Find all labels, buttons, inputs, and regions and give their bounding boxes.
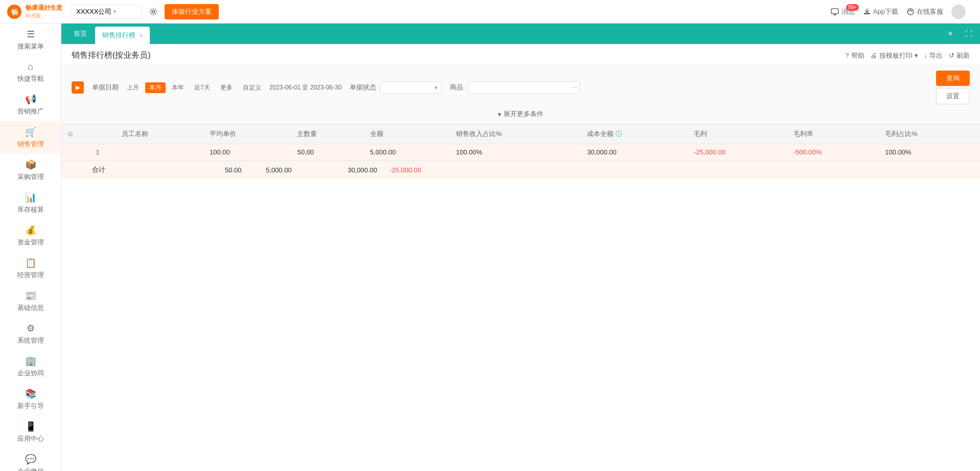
th-gross-profit: 毛利 bbox=[688, 124, 787, 144]
sidebar-item-finance[interactable]: 💰 资金管理 bbox=[0, 219, 61, 252]
tab-bar: 首页 销售排行榜 × × ⛶ bbox=[61, 24, 980, 44]
td-rank: 1 bbox=[80, 144, 116, 161]
table-container: ⚙ 员工名称 平均单价 主数量 全额 销售收入占比% 成本全额 ⓘ bbox=[61, 124, 980, 161]
td-name bbox=[116, 144, 203, 161]
status-filter: 单据状态 bbox=[350, 81, 442, 94]
top-bar: 畅 畅康通好生意 标准版 XXXXX公司 ▾ 体验行业方案 消息 99+ bbox=[0, 0, 980, 24]
th-amount: 全额 bbox=[364, 124, 450, 144]
basic-icon: 📰 bbox=[25, 290, 36, 301]
export-btn[interactable]: ↓ 导出 bbox=[924, 51, 943, 60]
logo-icon: 畅 bbox=[6, 4, 22, 20]
sidebar-item-basic[interactable]: 📰 基础信息 bbox=[0, 285, 61, 318]
td-sales-pct: 100.00% bbox=[450, 144, 581, 161]
th-settings: ⚙ bbox=[61, 124, 80, 144]
app-container: 畅 畅康通好生意 标准版 XXXXX公司 ▾ 体验行业方案 消息 99+ bbox=[0, 0, 980, 471]
tab-close-icon[interactable]: × bbox=[140, 32, 143, 38]
date-tab-lastmonth[interactable]: 上月 bbox=[123, 82, 143, 93]
main-area: ☰ 搜索菜单 ⌂ 快捷导航 📢 营销推广 🛒 销售管理 📦 采购管理 📊 库 bbox=[0, 24, 980, 471]
refresh-btn[interactable]: ↺ 刷新 bbox=[949, 51, 970, 60]
filter-row-1: ▶ 单据日期 上月 本月 本年 近7天 更多 自定义 bbox=[72, 71, 970, 104]
date-label: 单据日期 bbox=[92, 83, 119, 92]
page-title: 销售排行榜(按业务员) bbox=[72, 50, 151, 61]
sidebar-item-search[interactable]: ☰ 搜索菜单 bbox=[0, 24, 61, 56]
th-gross-pct: 毛利占比% bbox=[879, 124, 980, 144]
th-rank bbox=[80, 124, 116, 144]
date-filter: 单据日期 上月 本月 本年 近7天 更多 自定义 2023-06-01 至 20… bbox=[92, 82, 341, 93]
td-gross-rate: -500.00% bbox=[787, 144, 879, 161]
goods-filter-input-wrapper: ··· bbox=[467, 81, 580, 94]
logo-area: 畅 畅康通好生意 标准版 bbox=[6, 4, 66, 20]
th-gross-rate: 毛利率 bbox=[787, 124, 879, 144]
expand-conditions-btn[interactable]: ▾ 展开更多条件 bbox=[498, 109, 543, 119]
svg-text:畅: 畅 bbox=[11, 8, 18, 16]
print-btn[interactable]: 🖨 按模板打印 ▾ bbox=[871, 51, 918, 60]
status-select[interactable] bbox=[380, 81, 442, 94]
topbar-settings-btn[interactable] bbox=[146, 5, 161, 19]
date-tab-more[interactable]: 更多 bbox=[216, 82, 237, 93]
th-sales-pct: 销售收入占比% bbox=[450, 124, 581, 144]
goods-filter: 商品 ··· bbox=[450, 81, 580, 94]
table-footer: 合计 50.00 5,000.00 30,000.00 -25,000.00 bbox=[61, 161, 980, 178]
inventory-icon: 📊 bbox=[25, 192, 36, 203]
page-actions: ? 帮助 🖨 按模板打印 ▾ ↓ 导出 ↺ bbox=[845, 51, 970, 60]
company-selector[interactable]: XXXXX公司 ▾ bbox=[71, 5, 142, 19]
tab-close-window-btn[interactable]: × bbox=[943, 27, 958, 41]
message-btn[interactable]: 消息 99+ bbox=[830, 7, 855, 16]
td-avg-price: 100.00 bbox=[203, 144, 291, 161]
tab-home[interactable]: 首页 bbox=[65, 24, 95, 44]
wechat-icon: 💬 bbox=[25, 454, 36, 465]
date-tab-custom[interactable]: 自定义 bbox=[239, 82, 265, 93]
app-download-btn[interactable]: App下载 bbox=[863, 7, 898, 16]
sidebar-item-wechat[interactable]: 💬 企业微信 bbox=[0, 448, 61, 471]
sidebar-item-purchase[interactable]: 📦 采购管理 bbox=[0, 154, 61, 187]
top-right-area: 消息 99+ App下载 在线客服 bbox=[830, 5, 974, 19]
marketing-icon: 📢 bbox=[25, 94, 36, 105]
expand-row: ▾ 展开更多条件 bbox=[72, 107, 970, 119]
query-btn[interactable]: 查询 bbox=[936, 71, 970, 86]
filter-collapse-btn[interactable]: ▶ bbox=[72, 81, 84, 94]
sidebar-item-inventory[interactable]: 📊 库存核算 bbox=[0, 187, 61, 219]
system-icon: ⚙ bbox=[27, 323, 35, 334]
sidebar-item-guide[interactable]: 📚 新手引导 bbox=[0, 383, 61, 416]
svg-point-5 bbox=[907, 9, 914, 15]
svg-rect-3 bbox=[831, 9, 838, 14]
sidebar-item-marketing[interactable]: 📢 营销推广 bbox=[0, 88, 61, 121]
export-icon: ↓ bbox=[924, 52, 928, 59]
company-name: XXXXX公司 bbox=[76, 7, 111, 16]
cost-amount-info-icon[interactable]: ⓘ bbox=[616, 130, 622, 138]
tab-sales-ranking[interactable]: 销售排行榜 × bbox=[95, 27, 150, 44]
sidebar-item-enterprise[interactable]: 🏢 企业协同 bbox=[0, 350, 61, 383]
td-gross-profit: -25,000.00 bbox=[688, 144, 787, 161]
status-select-wrapper bbox=[380, 81, 442, 94]
svg-rect-4 bbox=[864, 13, 870, 14]
td-gross-pct: 100.00% bbox=[879, 144, 980, 161]
expand-icon: ▾ bbox=[498, 110, 502, 118]
online-service-btn[interactable]: 在线客服 bbox=[906, 7, 943, 16]
tab-maximize-btn[interactable]: ⛶ bbox=[962, 27, 976, 41]
sidebar-item-system[interactable]: ⚙ 系统管理 bbox=[0, 318, 61, 350]
sidebar: ☰ 搜索菜单 ⌂ 快捷导航 📢 营销推广 🛒 销售管理 📦 采购管理 📊 库 bbox=[0, 24, 61, 471]
date-tab-7days[interactable]: 近7天 bbox=[190, 82, 214, 93]
table-header-row: ⚙ 员工名称 平均单价 主数量 全额 销售收入占比% 成本全额 ⓘ bbox=[61, 124, 980, 144]
filter-area: ▶ 单据日期 上月 本月 本年 近7天 更多 自定义 bbox=[61, 65, 980, 124]
footer-label: 合计 bbox=[86, 165, 127, 174]
sidebar-item-operation[interactable]: 📋 经营管理 bbox=[0, 252, 61, 285]
setting-btn[interactable]: 设置 bbox=[936, 88, 970, 104]
filter-actions: 查询 设置 bbox=[936, 71, 970, 104]
sidebar-item-sales[interactable]: 🛒 销售管理 bbox=[0, 121, 61, 154]
trial-btn[interactable]: 体验行业方案 bbox=[165, 4, 219, 19]
footer-amount: 5,000.00 bbox=[260, 166, 301, 174]
date-tab-thisyear[interactable]: 本年 bbox=[168, 82, 188, 93]
print-dropdown-icon: ▾ bbox=[915, 52, 918, 59]
help-btn[interactable]: ? 帮助 bbox=[845, 51, 864, 60]
column-settings-icon[interactable]: ⚙ bbox=[67, 130, 74, 138]
date-tabs: 上月 本月 本年 近7天 更多 自定义 bbox=[123, 82, 265, 93]
sidebar-item-quicknav[interactable]: ⌂ 快捷导航 bbox=[0, 56, 61, 88]
goods-input[interactable] bbox=[468, 82, 570, 94]
goods-more-btn[interactable]: ··· bbox=[570, 84, 579, 91]
date-tab-thismonth[interactable]: 本月 bbox=[145, 82, 166, 93]
sidebar-item-apps[interactable]: 📱 应用中心 bbox=[0, 416, 61, 448]
td-amount: 5,000.00 bbox=[364, 144, 450, 161]
home-icon: ⌂ bbox=[28, 61, 33, 72]
td-main-qty: 50.00 bbox=[291, 144, 363, 161]
